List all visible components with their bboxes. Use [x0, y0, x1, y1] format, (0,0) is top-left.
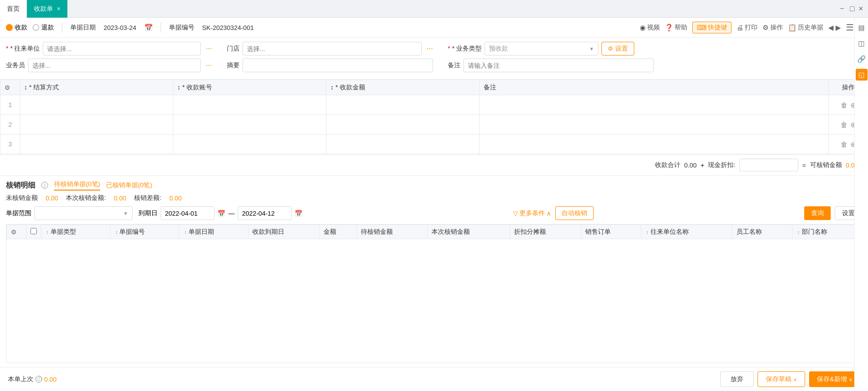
sidebar-expand-icon[interactable]: ◱ [856, 69, 868, 81]
row3-amount[interactable] [326, 135, 480, 154]
sidebar-table-icon[interactable]: ▤ [856, 22, 868, 33]
number-value: SK-20230324-001 [202, 24, 254, 31]
tab-receipt[interactable]: 收款单 × [27, 0, 68, 18]
help-btn[interactable]: ❓ 帮助 [665, 23, 687, 32]
filter-right: ▽ 更多条件 ∧ 自动核销 [513, 206, 594, 220]
date-to-cal-icon[interactable]: 📅 [295, 210, 302, 217]
discount-input[interactable] [739, 159, 798, 171]
row2-remark[interactable] [480, 115, 829, 135]
date-from-cal-icon[interactable]: 📅 [217, 210, 225, 217]
total-label: 收款合计 [655, 161, 680, 169]
pending-tab[interactable]: 待核销单据(0笔) [54, 180, 100, 191]
table-row: 3 🗑⊕ [0, 135, 868, 154]
verify-title: 核销明细 [6, 181, 35, 190]
nav-next-icon[interactable]: ▶ [836, 24, 841, 31]
history-btn[interactable]: 📋 历史单据 [788, 23, 823, 32]
row2-settlement[interactable] [20, 115, 173, 135]
biz-type-select[interactable]: 预收款 ▼ [485, 42, 598, 56]
print-icon: 🖨 [736, 24, 743, 31]
col-doc-date: ↕ 单据日期 [179, 225, 248, 239]
row1-amount[interactable] [326, 95, 480, 115]
staff-input[interactable] [28, 58, 201, 72]
due-label: 到期日 [138, 209, 158, 218]
diff-label: 核销差额: [134, 194, 162, 202]
staff-more-btn[interactable]: ··· [206, 61, 212, 70]
shortcut-btn[interactable]: ⌨ 快捷键 [692, 22, 732, 33]
row3-delete-icon[interactable]: 🗑 [841, 140, 847, 148]
receipt-table: ⚙ ↕ * 结算方式 ↕ * 收款账号 ↕ * 收款金额 备注 操作 1 🗑⊕ [0, 80, 868, 154]
date-range-field: 到期日 📅 — 📅 [138, 206, 302, 220]
layout-list-icon[interactable]: ☰ [846, 22, 854, 33]
col-account: ↕ * 收款账号 [173, 80, 326, 95]
mode-receipt[interactable]: 收款 [6, 23, 27, 32]
close-icon[interactable]: × [859, 4, 863, 13]
staff-field: 业务员 ··· [6, 58, 212, 72]
row-num-2: 2 [0, 115, 20, 135]
row2-amount[interactable] [326, 115, 480, 135]
col-staff-name: 员工名称 [732, 225, 792, 239]
operation-btn[interactable]: ⚙ 操作 [762, 23, 783, 32]
row3-account[interactable] [173, 135, 326, 154]
sidebar-doc-icon[interactable]: ◫ [856, 37, 868, 49]
row3-settlement[interactable] [20, 135, 173, 154]
save-dropdown-icon: ∨ [849, 377, 852, 382]
form-row-2: 业务员 ··· 摘要 备注 [6, 58, 862, 72]
col-doc-num: ↕ 单据编号 [110, 225, 179, 239]
abandon-btn[interactable]: 放弃 [720, 371, 754, 387]
tab-close-icon[interactable]: × [57, 5, 60, 12]
select-all-checkbox[interactable] [30, 228, 37, 234]
date-to-input[interactable] [238, 206, 292, 220]
store-label: 门店 [227, 44, 240, 53]
col-due-date: 收款到期日 [248, 225, 319, 239]
verify-info-icon[interactable]: i [41, 182, 48, 189]
draft-btn[interactable]: 保存草稿 ∨ [758, 371, 805, 387]
staff-label: 业务员 [6, 61, 25, 70]
settings-btn[interactable]: ⚙ 设置 [601, 42, 634, 56]
remark-label: 备注 [448, 61, 461, 70]
tab-home[interactable]: 首页 [0, 0, 27, 18]
divider1 [62, 23, 62, 32]
row1-account[interactable] [173, 95, 326, 115]
date-calendar-icon[interactable]: 📅 [144, 24, 153, 31]
minimize-icon[interactable]: － [838, 3, 846, 14]
bottom-table-gear-icon[interactable]: ⚙ [11, 228, 17, 236]
auto-verify-btn[interactable]: 自动核销 [555, 206, 594, 220]
query-btn[interactable]: 查询 [804, 206, 831, 220]
filter-row: 单据范围 ▼ 到期日 📅 — 📅 ▽ 更多条件 ∧ [6, 206, 862, 220]
row3-remark[interactable] [480, 135, 829, 154]
bottom-info-icon[interactable]: ⓘ [35, 376, 42, 383]
biz-type-label: * * 业务类型 [448, 44, 482, 53]
maximize-icon[interactable]: □ [850, 4, 855, 13]
history-icon: 📋 [788, 24, 796, 31]
done-tab[interactable]: 已核销单据(0笔) [106, 181, 152, 190]
range-arrow-icon: ▼ [123, 211, 128, 216]
save-btn[interactable]: 保存&新增 ∨ [809, 371, 860, 387]
range-select[interactable]: ▼ [34, 206, 133, 220]
remark-input[interactable] [463, 58, 654, 72]
bottom-bar-left: 本单上次 ⓘ 0.00 [8, 375, 56, 384]
main-content: 收款 退款 单据日期 2023-03-24 📅 单据编号 SK-20230324… [0, 18, 868, 391]
date-from-input[interactable] [161, 206, 215, 220]
party-field: * * 往来单位 ··· [6, 42, 212, 56]
store-input[interactable] [243, 42, 422, 56]
row1-settlement[interactable] [20, 95, 173, 115]
party-input[interactable] [43, 42, 200, 56]
more-conditions-btn[interactable]: ▽ 更多条件 ∧ [513, 209, 551, 218]
row2-delete-icon[interactable]: 🗑 [841, 121, 847, 129]
store-more-btn[interactable]: ··· [427, 44, 433, 53]
row2-account[interactable] [173, 115, 326, 135]
table-gear-icon[interactable]: ⚙ [4, 84, 10, 91]
video-btn[interactable]: ◉ 视频 [640, 23, 660, 32]
party-more-btn[interactable]: ··· [206, 44, 212, 53]
mode-refund[interactable]: 退款 [32, 23, 54, 32]
row1-delete-icon[interactable]: 🗑 [841, 101, 847, 109]
biz-type-field: * * 业务类型 预收款 ▼ ⚙ 设置 [448, 42, 634, 56]
summary-input[interactable] [243, 58, 433, 72]
nav-prev-icon[interactable]: ◀ [828, 24, 834, 31]
sidebar-link-icon[interactable]: 🔗 [856, 53, 868, 65]
row1-remark[interactable] [480, 95, 829, 115]
unchecked-value: 0.00 [46, 195, 58, 202]
date-label: 单据日期 [70, 23, 96, 32]
print-btn[interactable]: 🖨 打印 [736, 23, 758, 32]
form-section: * * 往来单位 ··· 门店 ··· * * 业务类型 预收款 ▼ ⚙ 设置 [0, 38, 868, 80]
